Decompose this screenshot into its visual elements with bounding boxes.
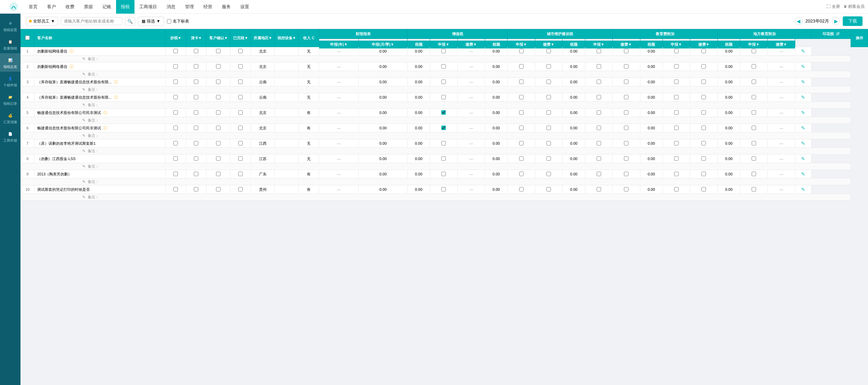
paid-tax-checkbox[interactable] bbox=[238, 95, 243, 99]
paid-tax-cell[interactable] bbox=[230, 109, 251, 117]
city-pay-cell[interactable] bbox=[535, 139, 563, 148]
sidebar-item-tax-settings[interactable]: ⚙ 报税设置 bbox=[0, 16, 20, 35]
edu-pay-checkbox[interactable] bbox=[624, 110, 628, 115]
edu-declare-cell[interactable] bbox=[585, 78, 613, 86]
local-edu-declare-cell[interactable] bbox=[663, 62, 690, 71]
edu-pay-cell[interactable] bbox=[613, 170, 640, 179]
paid-tax-cell[interactable] bbox=[230, 155, 251, 163]
city-declare-cell[interactable] bbox=[508, 185, 535, 194]
sidebar-item-batch-tax[interactable]: 📋 批量报税 bbox=[0, 35, 20, 53]
vat-declare-cell[interactable] bbox=[430, 78, 458, 86]
stamp-declare-cell[interactable] bbox=[740, 93, 768, 102]
nav-home[interactable]: 首页 bbox=[24, 0, 42, 14]
tax-copy-cell[interactable] bbox=[166, 109, 186, 117]
city-pay-checkbox[interactable] bbox=[546, 156, 551, 161]
edu-pay-cell[interactable] bbox=[613, 185, 640, 194]
edu-pay-checkbox[interactable] bbox=[624, 80, 628, 84]
named-table-checkbox[interactable] bbox=[167, 19, 171, 24]
city-declare-checkbox[interactable] bbox=[519, 126, 524, 130]
local-edu-declare-checkbox[interactable] bbox=[674, 110, 679, 115]
nav-message[interactable]: 消息 bbox=[162, 0, 180, 14]
named-table-label[interactable]: 名下标表 bbox=[167, 18, 189, 24]
clear-card-cell[interactable] bbox=[186, 93, 207, 102]
local-edu-declare-cell[interactable] bbox=[663, 109, 690, 117]
clear-card-checkbox[interactable] bbox=[194, 95, 198, 99]
stamp-declare-cell[interactable] bbox=[740, 62, 768, 71]
customer-confirm-checkbox[interactable] bbox=[216, 141, 220, 145]
download-button[interactable]: 下载 bbox=[843, 16, 863, 26]
local-edu-declare-cell[interactable] bbox=[663, 78, 690, 86]
clear-card-checkbox[interactable] bbox=[194, 110, 198, 115]
tax-copy-checkbox[interactable] bbox=[173, 126, 178, 130]
local-edu-declare-cell[interactable] bbox=[663, 139, 690, 148]
city-declare-cell[interactable] bbox=[508, 62, 535, 71]
operation-cell[interactable]: ✎ bbox=[795, 93, 811, 102]
city-pay-cell[interactable] bbox=[535, 170, 563, 179]
customer-confirm-cell[interactable] bbox=[207, 139, 230, 148]
city-pay-checkbox[interactable] bbox=[546, 141, 551, 145]
search-button[interactable]: 🔍 bbox=[125, 17, 135, 26]
vat-declare-cell[interactable] bbox=[430, 124, 458, 132]
local-edu-pay-checkbox[interactable] bbox=[701, 80, 706, 84]
stamp-declare-cell[interactable] bbox=[740, 109, 768, 117]
local-edu-pay-cell[interactable] bbox=[690, 93, 718, 102]
edit-icon[interactable]: ✎ bbox=[801, 95, 805, 100]
local-edu-pay-cell[interactable] bbox=[690, 139, 718, 148]
local-edu-declare-checkbox[interactable] bbox=[674, 141, 679, 145]
tax-copy-cell[interactable] bbox=[166, 170, 186, 179]
city-declare-checkbox[interactable] bbox=[519, 156, 524, 161]
clear-card-checkbox[interactable] bbox=[194, 172, 198, 176]
clear-card-cell[interactable] bbox=[186, 109, 207, 117]
city-pay-cell[interactable] bbox=[535, 109, 563, 117]
sidebar-item-settlement[interactable]: 💰 汇算清缴 bbox=[0, 109, 20, 127]
paid-tax-checkbox[interactable] bbox=[238, 126, 243, 130]
local-edu-declare-checkbox[interactable] bbox=[674, 156, 679, 161]
local-edu-pay-checkbox[interactable] bbox=[701, 95, 706, 99]
clear-card-cell[interactable] bbox=[186, 47, 207, 56]
tax-copy-checkbox[interactable] bbox=[173, 80, 178, 84]
fullscreen-btn[interactable]: ⛶ 全屏 bbox=[826, 4, 840, 10]
local-edu-declare-checkbox[interactable] bbox=[674, 187, 679, 191]
city-pay-checkbox[interactable] bbox=[546, 110, 551, 115]
stamp-declare-checkbox[interactable] bbox=[752, 110, 756, 115]
edu-pay-checkbox[interactable] bbox=[624, 141, 628, 145]
local-edu-declare-cell[interactable] bbox=[663, 155, 690, 163]
local-edu-pay-cell[interactable] bbox=[690, 170, 718, 179]
edu-declare-checkbox[interactable] bbox=[597, 156, 601, 161]
local-edu-pay-checkbox[interactable] bbox=[701, 110, 706, 115]
tax-copy-checkbox[interactable] bbox=[173, 156, 178, 161]
clear-card-checkbox[interactable] bbox=[194, 126, 198, 130]
local-edu-pay-cell[interactable] bbox=[690, 78, 718, 86]
local-edu-pay-checkbox[interactable] bbox=[701, 172, 706, 176]
tax-copy-checkbox[interactable] bbox=[173, 49, 178, 53]
edit-icon[interactable]: ✎ bbox=[801, 64, 805, 69]
operation-cell[interactable]: ✎ bbox=[795, 109, 811, 117]
city-declare-checkbox[interactable] bbox=[519, 49, 524, 53]
city-declare-checkbox[interactable] bbox=[519, 110, 524, 115]
stamp-declare-checkbox[interactable] bbox=[752, 64, 756, 69]
local-edu-declare-checkbox[interactable] bbox=[674, 95, 679, 99]
nav-manage[interactable]: 管理 bbox=[180, 0, 199, 14]
edu-pay-cell[interactable] bbox=[613, 109, 640, 117]
stamp-declare-checkbox[interactable] bbox=[752, 95, 756, 99]
city-declare-cell[interactable] bbox=[508, 139, 535, 148]
vat-declare-cell[interactable] bbox=[430, 109, 458, 117]
city-declare-checkbox[interactable] bbox=[519, 172, 524, 176]
local-edu-declare-cell[interactable] bbox=[663, 124, 690, 132]
stamp-declare-checkbox[interactable] bbox=[752, 172, 756, 176]
tax-copy-cell[interactable] bbox=[166, 185, 186, 194]
local-edu-pay-checkbox[interactable] bbox=[701, 156, 706, 161]
nav-operation[interactable]: 经营 bbox=[199, 0, 217, 14]
prev-month-btn[interactable]: ◀ bbox=[795, 17, 803, 25]
paid-tax-checkbox[interactable] bbox=[238, 141, 243, 145]
local-edu-pay-cell[interactable] bbox=[690, 124, 718, 132]
city-declare-checkbox[interactable] bbox=[519, 80, 524, 84]
paid-tax-cell[interactable] bbox=[230, 47, 251, 56]
sidebar-item-tax-overview[interactable]: 📊 报税总览 bbox=[0, 53, 20, 72]
stamp-declare-cell[interactable] bbox=[740, 139, 768, 148]
local-edu-declare-checkbox[interactable] bbox=[674, 49, 679, 53]
local-edu-pay-checkbox[interactable] bbox=[701, 64, 706, 69]
tax-copy-cell[interactable] bbox=[166, 155, 186, 163]
vat-declare-checkbox[interactable] bbox=[441, 141, 446, 145]
local-edu-declare-cell[interactable] bbox=[663, 93, 690, 102]
